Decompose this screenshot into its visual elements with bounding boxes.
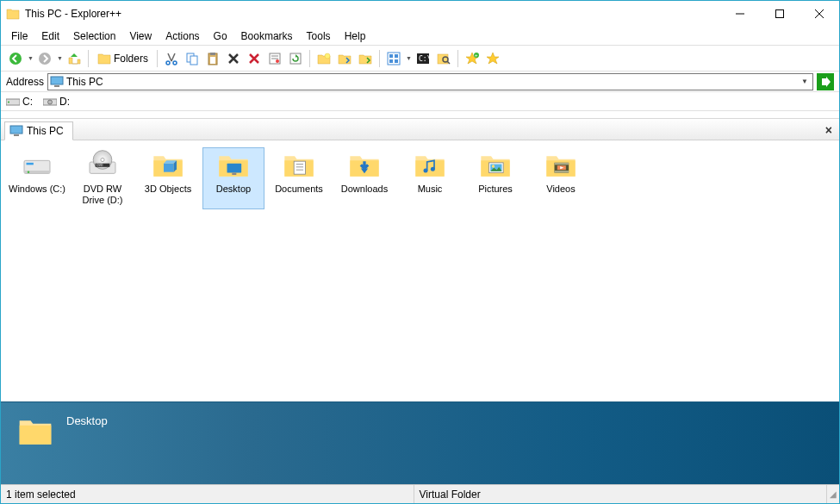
status-bar: 1 item selected Virtual Folder ◢ [1,484,839,503]
folder-icon [16,413,54,451]
terminal-button[interactable]: C:\ [414,49,432,68]
back-dropdown-icon[interactable]: ▼ [28,55,34,61]
add-bookmark-button[interactable]: + [463,49,482,68]
back-button[interactable] [6,49,25,68]
svg-rect-41 [27,163,34,165]
details-name: Desktop [66,414,108,427]
refresh-button[interactable] [286,49,305,68]
toolbar-separator [157,50,158,67]
new-folder-button[interactable] [314,49,333,68]
address-bar: Address ▼ [1,72,839,92]
drive-item-c[interactable]: C: [6,96,33,108]
views-dropdown-icon[interactable]: ▼ [406,55,412,61]
file-label: DVD RW Drive (D:) [74,184,131,206]
toolbar-separator [88,50,89,67]
status-selection: 1 item selected [1,485,414,503]
delete-permanent-button[interactable] [245,49,264,68]
svg-rect-37 [10,126,22,134]
computer-icon [9,125,23,137]
file-label: Downloads [341,184,388,195]
address-input[interactable] [66,76,796,88]
svg-point-55 [424,169,428,173]
paste-button[interactable] [203,49,222,68]
properties-button[interactable] [265,49,284,68]
menu-bookmarks[interactable]: Bookmarks [234,28,300,45]
svg-text:C:\: C:\ [419,55,430,63]
file-item[interactable]: Downloads [333,147,395,209]
toolbar-separator [457,50,458,67]
copy-to-button[interactable] [335,49,354,68]
file-item[interactable]: 3D Objects [137,147,199,209]
svg-rect-38 [14,134,19,136]
menu-actions[interactable]: Actions [159,28,206,45]
status-location-type: Virtual Folder [414,485,828,503]
drive-bar: C: D: [1,92,839,111]
folder-music-icon [413,151,447,182]
menu-view[interactable]: View [122,28,159,45]
file-item[interactable]: Windows (C:) [6,147,68,209]
cut-button[interactable] [162,49,181,68]
svg-rect-12 [210,57,215,64]
svg-rect-31 [51,77,63,84]
move-to-button[interactable] [356,49,375,68]
file-item[interactable]: DVD DVD RW Drive (D:) [72,147,134,209]
forward-dropdown-icon[interactable]: ▼ [57,55,63,61]
menu-file[interactable]: File [4,28,34,45]
address-field-container: ▼ [47,73,813,90]
file-item[interactable]: Videos [530,147,592,209]
address-dropdown-icon[interactable]: ▼ [799,78,811,85]
folder-videos-icon [544,151,578,182]
up-button[interactable] [65,49,84,68]
close-button[interactable] [800,1,839,27]
svg-rect-20 [389,54,393,58]
svg-rect-48 [164,164,174,172]
svg-rect-32 [54,85,59,87]
resize-grip-icon[interactable]: ◢ [827,489,839,499]
toolbar-separator [309,50,310,67]
menu-go[interactable]: Go [207,28,234,45]
file-item[interactable]: Desktop [202,147,264,209]
window-title: This PC - Explorer++ [25,8,720,20]
menu-help[interactable]: Help [338,28,373,45]
file-label: Music [418,184,443,195]
search-button[interactable] [434,49,453,68]
copy-button[interactable] [183,49,202,68]
views-button[interactable] [384,49,403,68]
computer-icon [50,76,64,88]
folders-label: Folders [114,53,148,65]
folder-pictures-icon [478,151,513,182]
folder-documents-icon [282,151,316,182]
menu-selection[interactable]: Selection [66,28,122,45]
file-item[interactable]: Documents [268,147,330,209]
drive-item-d[interactable]: D: [43,96,70,108]
file-item[interactable]: Music [399,147,461,209]
maximize-button[interactable] [760,1,800,27]
svg-point-42 [28,171,30,173]
minimize-button[interactable] [720,1,760,27]
folders-toggle[interactable]: Folders [93,49,152,68]
folder-desktop-icon [216,151,251,182]
forward-button[interactable] [35,49,54,68]
svg-point-7 [173,61,177,65]
folder-downloads-icon [347,151,382,182]
hdd-icon [6,96,20,107]
delete-button[interactable] [224,49,243,68]
tab-this-pc[interactable]: This PC [4,121,73,140]
svg-rect-49 [227,164,242,173]
organize-bookmarks-button[interactable] [483,49,502,68]
folder-icon [97,52,111,65]
file-item[interactable]: Pictures [464,147,526,209]
file-label: Videos [546,184,575,195]
drive-dvd-icon: DVD [85,151,120,182]
svg-rect-21 [395,54,398,58]
svg-rect-9 [190,56,197,65]
menu-edit[interactable]: Edit [34,28,66,45]
file-view[interactable]: Windows (C:) DVD DVD RW Drive (D:) 3D Ob… [1,140,839,401]
go-button[interactable] [817,73,834,90]
svg-point-18 [325,53,330,59]
tab-close-button[interactable]: × [825,123,832,137]
svg-rect-11 [210,53,215,55]
file-label: Desktop [216,184,251,195]
file-label: 3D Objects [145,184,191,195]
menu-tools[interactable]: Tools [300,28,338,45]
